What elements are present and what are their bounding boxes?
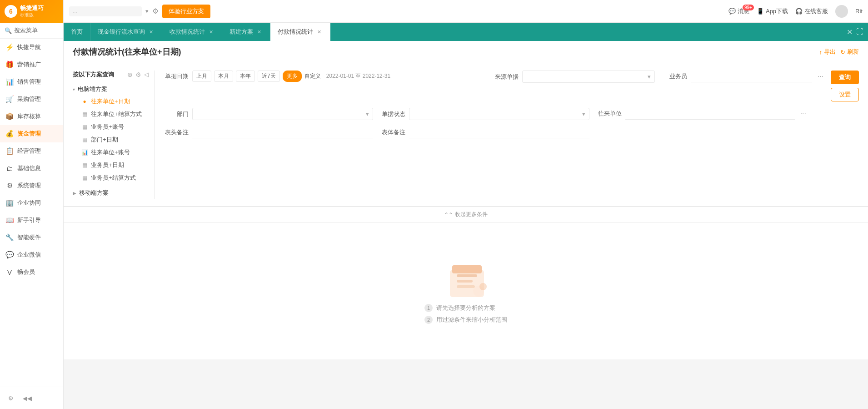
sidebar-item-enterprise[interactable]: 🏢 企业协同 — [0, 194, 63, 212]
tab-bank-close-icon[interactable]: ✕ — [148, 29, 155, 35]
mobile-scheme-group: ▶ 移动端方案 — [73, 187, 149, 199]
scheme-item-partner-account[interactable]: 📊 往来单位+账号 — [73, 146, 149, 159]
source-select[interactable]: ▾ — [522, 71, 655, 83]
footer-collapse-btn[interactable]: ◀◀ — [21, 392, 34, 404]
trial-button[interactable]: 体验行业方案 — [162, 5, 210, 18]
footer-settings-btn[interactable]: ⚙ — [5, 392, 17, 404]
date-btn-this-month[interactable]: 本月 — [214, 71, 233, 82]
scheme-item-chart-icon: 📊 — [81, 149, 88, 156]
sidebar-item-label: 库存核算 — [17, 112, 41, 121]
app-download-button[interactable]: 📱 App下载 — [757, 7, 788, 15]
scheme-item-dept-date[interactable]: ▦ 部门+日期 — [73, 133, 149, 146]
collapse-scheme-icon[interactable]: ◁ — [144, 71, 149, 78]
tab-payment[interactable]: 付款情况统计 ✕ — [270, 23, 330, 41]
search-menu[interactable]: 🔍 搜索菜单 — [0, 23, 63, 39]
scheme-item-staff-settle[interactable]: ▦ 业务员+结算方式 — [73, 172, 149, 184]
sidebar-item-sales[interactable]: 📊 销售管理 — [0, 73, 63, 91]
partner-input[interactable] — [625, 108, 794, 120]
docstatus-label: 单据状态 — [380, 110, 405, 118]
filter-row-1: 单据日期 上月 本月 本年 近7天 更多 自定义 2022-01-01 至 20… — [164, 71, 859, 101]
dept-select[interactable]: ▾ — [192, 108, 373, 120]
system-icon: ⚙ — [5, 182, 14, 190]
tab-receipt-close-icon[interactable]: ✕ — [208, 29, 215, 35]
sidebar-item-system[interactable]: ⚙ 系统管理 — [0, 177, 63, 194]
bodynote-input[interactable] — [409, 126, 590, 138]
sidebar-item-vip[interactable]: V 畅会员 — [0, 263, 63, 281]
tab-close-all-icon[interactable]: ✕ — [847, 28, 853, 36]
tab-home[interactable]: 首页 — [64, 23, 90, 41]
tab-receipt[interactable]: 收款情况统计 ✕ — [162, 23, 222, 41]
service-label: 在线客服 — [804, 7, 828, 15]
tab-new-plan-close-icon[interactable]: ✕ — [256, 29, 263, 35]
sidebar-item-label: 经营管理 — [17, 147, 41, 155]
sidebar-item-finance[interactable]: 💰 资金管理 — [0, 125, 63, 142]
sidebar-item-operations[interactable]: 📋 经营管理 — [0, 142, 63, 160]
inventory-icon: 📦 — [5, 112, 14, 121]
scheme-item-icon: ▦ — [81, 111, 88, 118]
topbar-chevron-icon[interactable]: ▾ — [145, 8, 149, 15]
sales-icon: 📊 — [5, 78, 14, 86]
tab-maximize-icon[interactable]: ⛶ — [856, 28, 863, 36]
topbar-gear-icon[interactable]: ⚙ — [152, 7, 159, 15]
date-btn-more[interactable]: 更多 — [283, 71, 302, 82]
scheme-item-partner-settle[interactable]: ▦ 往来单位+结算方式 — [73, 108, 149, 121]
sidebar-item-basic[interactable]: 🗂 基础信息 — [0, 160, 63, 177]
sidebar-item-marketing[interactable]: 🎁 营销推广 — [0, 56, 63, 73]
sidebar-item-purchase[interactable]: 🛒 采购管理 — [0, 91, 63, 108]
hint-text-1: 请先选择要分析的方案 — [436, 304, 495, 312]
empty-state: 1 请先选择要分析的方案 2 用过滤条件来缩小分析范围 — [64, 223, 868, 359]
collapse-conditions-button[interactable]: ⌃⌃ 收起更多条件 — [444, 211, 488, 218]
staff-more-icon[interactable]: ··· — [818, 72, 823, 81]
docstatus-select[interactable]: ▾ — [409, 108, 590, 120]
scheme-item-partner-date[interactable]: ● 往来单位+日期 — [73, 95, 149, 108]
empty-icon — [443, 258, 489, 295]
sidebar-item-shortcuts[interactable]: ⚡ 快捷导航 — [0, 39, 63, 56]
filter-date-item: 单据日期 上月 本月 本年 近7天 更多 自定义 2022-01-01 至 20… — [164, 71, 486, 82]
staff-input[interactable] — [691, 71, 812, 82]
sidebar: 6 畅捷通巧 标准版 🔍 搜索菜单 ⚡ 快捷导航 🎁 营销推广 📊 销售管理 🛒… — [0, 0, 64, 409]
headernote-input[interactable] — [192, 126, 373, 138]
svg-rect-1 — [452, 265, 482, 273]
sidebar-item-label: 快捷导航 — [17, 43, 41, 51]
export-icon: ↑ — [819, 49, 823, 56]
pc-group-title[interactable]: ▾ 电脑端方案 — [73, 83, 149, 95]
mobile-group-title[interactable]: ▶ 移动端方案 — [73, 187, 149, 199]
partner-more-icon[interactable]: ··· — [800, 110, 806, 118]
sidebar-item-hardware[interactable]: 🔧 智能硬件 — [0, 229, 63, 246]
sidebar-item-inventory[interactable]: 📦 库存核算 — [0, 108, 63, 125]
sidebar-item-guide[interactable]: 📖 新手引导 — [0, 212, 63, 229]
scheme-item-staff-date[interactable]: ▦ 业务员+日期 — [73, 159, 149, 172]
sidebar-item-label: 企业协同 — [17, 199, 41, 207]
sidebar-item-label: 营销推广 — [17, 61, 41, 69]
tab-new-plan-label: 新建方案 — [229, 28, 253, 36]
tab-bank[interactable]: 现金银行流水查询 ✕ — [90, 23, 162, 41]
page-header-actions: ↑ 导出 ↻ 刷新 — [819, 48, 859, 56]
date-btn-last-month[interactable]: 上月 — [192, 71, 211, 82]
bodynote-label: 表体备注 — [380, 128, 405, 136]
username-label[interactable]: Rit — [855, 8, 863, 15]
tab-payment-close-icon[interactable]: ✕ — [316, 29, 323, 35]
scheme-item-staff-account[interactable]: ▦ 业务员+账号 — [73, 121, 149, 133]
sidebar-item-label: 系统管理 — [17, 182, 41, 190]
hint-text-2: 用过滤条件来缩小分析范围 — [436, 316, 507, 324]
date-btn-7days[interactable]: 近7天 — [258, 71, 280, 82]
filter-staff-item: 业务员 ··· — [662, 71, 823, 82]
weixin-icon: 💬 — [5, 251, 14, 259]
tab-new-plan[interactable]: 新建方案 ✕ — [222, 23, 270, 41]
sidebar-item-label: 采购管理 — [17, 95, 41, 103]
scheme-item-label: 部门+日期 — [91, 136, 118, 144]
add-scheme-icon[interactable]: ⊕ — [127, 71, 133, 78]
filter-settings-button[interactable]: 设置 — [831, 88, 859, 101]
dept-select-arrow-icon: ▾ — [366, 111, 369, 117]
settings-scheme-icon[interactable]: ⚙ — [135, 71, 141, 78]
sidebar-item-weixin[interactable]: 💬 企业微信 — [0, 246, 63, 263]
message-button[interactable]: 💬 消息 99+ — [728, 7, 749, 15]
empty-hint-2: 2 用过滤条件来缩小分析范围 — [424, 316, 507, 324]
user-avatar[interactable] — [835, 5, 848, 18]
service-button[interactable]: 🎧 在线客服 — [795, 7, 828, 15]
date-btn-this-year[interactable]: 本年 — [236, 71, 255, 82]
tab-bar: 首页 现金银行流水查询 ✕ 收款情况统计 ✕ 新建方案 ✕ 付款情况统计 ✕ ✕… — [64, 23, 868, 41]
export-button[interactable]: ↑ 导出 — [819, 48, 836, 56]
query-button[interactable]: 查询 — [831, 71, 859, 84]
refresh-button[interactable]: ↻ 刷新 — [840, 48, 859, 56]
